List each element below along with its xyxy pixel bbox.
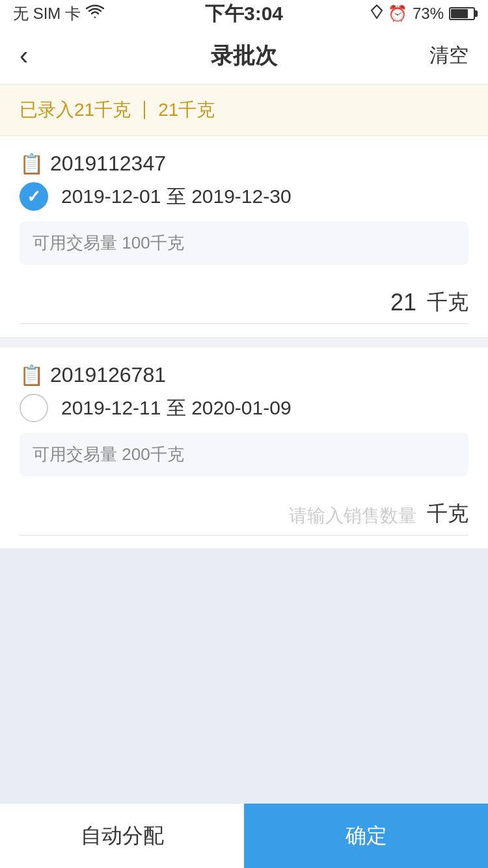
input-section-2: 千克 (0, 487, 488, 549)
already-recorded-label: 已录入21千克 (20, 98, 131, 122)
bottom-area (0, 549, 488, 809)
qty-unit-2: 千克 (427, 500, 468, 528)
doc-icon-2: 📋 (20, 364, 44, 387)
nav-bar: ‹ 录批次 清空 (0, 27, 488, 85)
status-bar-time: 下午3:04 (205, 1, 283, 27)
sim-status: 无 SIM 卡 (13, 3, 81, 24)
status-bar-right: ⏰ 73% (371, 5, 475, 23)
status-bar-left: 无 SIM 卡 (13, 3, 104, 24)
page-title: 录批次 (211, 41, 277, 71)
batch-card-1: 📋 2019112347 2019-12-01 至 2019-12-30 可用交… (0, 136, 488, 337)
batch-date-2: 2019-12-11 至 2020-01-09 (61, 395, 291, 422)
bottom-buttons: 自动分配 确定 (0, 803, 488, 868)
battery-percent: 73% (413, 5, 444, 23)
wifi-icon (86, 5, 104, 23)
clear-button[interactable]: 清空 (429, 42, 468, 69)
battery-icon (449, 7, 475, 20)
batch-checkbox-1[interactable] (20, 182, 48, 211)
doc-icon-1: 📋 (20, 152, 44, 175)
batch-checkbox-2[interactable] (20, 394, 48, 422)
available-qty-1: 可用交易量 100千克 (20, 221, 468, 265)
batch-id-2: 2019126781 (50, 363, 166, 387)
location-icon (371, 5, 383, 23)
info-bar: 已录入21千克 21千克 (0, 85, 488, 136)
batch-id-1: 2019112347 (50, 152, 166, 176)
qty-unit-1: 千克 (427, 288, 468, 317)
batch-date-1: 2019-12-01 至 2019-12-30 (61, 183, 291, 210)
status-bar: 无 SIM 卡 下午3:04 ⏰ 73% (0, 0, 488, 27)
batch-card-2: 📋 2019126781 2019-12-11 至 2020-01-09 可用交… (0, 347, 488, 549)
available-qty-2: 可用交易量 200千克 (20, 433, 468, 476)
alarm-icon: ⏰ (388, 5, 407, 23)
recorded-value: 21千克 (158, 98, 215, 122)
section-divider (0, 337, 488, 347)
auto-distribute-button[interactable]: 自动分配 (0, 804, 244, 868)
confirm-button[interactable]: 确定 (244, 804, 488, 868)
qty-input-1[interactable] (286, 289, 416, 316)
info-bar-divider (144, 101, 145, 119)
input-section-1: 千克 (0, 275, 488, 337)
qty-input-2[interactable] (286, 500, 416, 528)
back-button[interactable]: ‹ (20, 41, 59, 70)
